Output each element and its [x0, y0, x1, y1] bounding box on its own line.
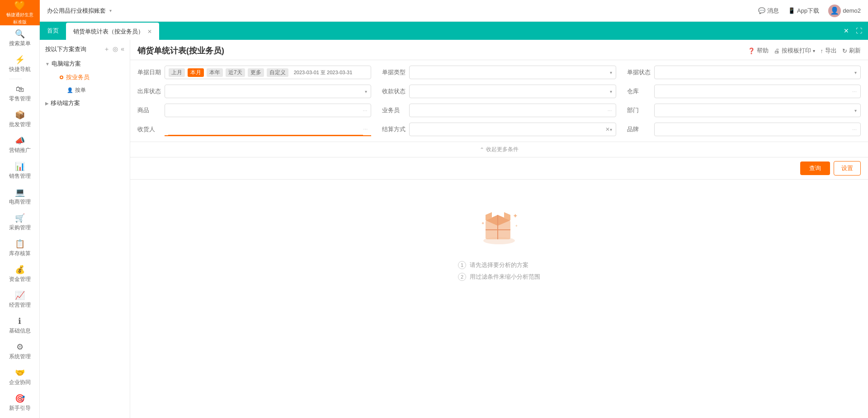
message-label: 消息	[767, 7, 779, 15]
filter-warehouse-more-icon: ···	[852, 88, 857, 95]
filter-payment-status-control[interactable]: ▾	[409, 85, 616, 98]
sidebar-label-wholesale-mgmt: 批发管理	[9, 121, 31, 128]
app-logo[interactable]: 🧡 畅捷通好生意 标准版	[0, 0, 40, 25]
newbie-icon: 🎯	[15, 394, 25, 404]
tree-item-mobile[interactable]: ▶ 移动端方案	[40, 96, 130, 110]
tab-maximize-btn[interactable]: ⛶	[854, 25, 864, 36]
sidebar: 🧡 畅捷通好生意 标准版 🔍搜索菜单⚡快捷导航🛍零售管理📦批发管理📣营销推广📊销…	[0, 0, 40, 418]
date-option-custom[interactable]: 自定义	[267, 68, 288, 77]
sidebar-label-business-mgmt: 经营管理	[9, 301, 31, 309]
filter-staff-control[interactable]: ···	[409, 104, 616, 117]
tree-child-by-order[interactable]: 👤 按单	[51, 84, 130, 96]
collapse-panel-btn[interactable]: «	[121, 45, 124, 53]
user-profile[interactable]: 👤 demo2	[828, 5, 861, 17]
app-download-label: App下载	[797, 7, 819, 15]
date-option-this-month[interactable]: 本月	[188, 68, 204, 77]
manage-scheme-btn[interactable]: ◎	[113, 45, 118, 53]
tab-close-window-btn[interactable]: ✕	[841, 25, 852, 36]
sidebar-item-purchase-mgmt[interactable]: 🛒采购管理	[9, 209, 31, 235]
svg-text:✦: ✦	[513, 212, 518, 219]
query-btn[interactable]: 查询	[800, 162, 830, 175]
sidebar-item-enterprise[interactable]: 🤝企业协同	[9, 364, 31, 390]
sidebar-item-sys-mgmt[interactable]: ⚙系统管理	[9, 338, 31, 364]
filter-doc-type-control[interactable]: ▾	[409, 66, 616, 79]
tree-arrow-mobile: ▶	[45, 101, 49, 106]
search-menu-icon: 🔍	[15, 29, 25, 39]
ecom-mgmt-icon: 💻	[15, 187, 25, 197]
setting-btn[interactable]: 设置	[834, 161, 861, 176]
filter-payment-status-label: 收款状态	[382, 87, 409, 95]
tree-child-by-order-label: 按单	[75, 86, 86, 94]
date-option-more[interactable]: 更多	[248, 68, 264, 77]
filter-goods-label: 商品	[137, 106, 165, 114]
filter-doc-type-arrow: ▾	[610, 70, 612, 75]
sidebar-item-newbie[interactable]: 🎯新手引导	[9, 390, 31, 416]
sidebar-item-search-menu[interactable]: 🔍搜索菜单	[9, 25, 31, 51]
sidebar-item-retail-mgmt[interactable]: 🛍零售管理	[9, 81, 31, 106]
filter-goods: 商品 ···	[137, 104, 371, 117]
print-dropdown-icon[interactable]: ▾	[813, 48, 815, 53]
export-btn[interactable]: ↑ 导出	[821, 47, 837, 55]
date-option-7days[interactable]: 近7天	[226, 68, 245, 77]
left-panel: 按以下方案查询 ＋ ◎ « ▼ 电脑端方案 按业务员	[40, 40, 130, 418]
active-dot	[60, 76, 63, 79]
filter-receiver-input[interactable]	[168, 122, 363, 136]
collapse-more-btn[interactable]: ⌃ 收起更多条件	[480, 146, 519, 153]
sidebar-divider	[9, 79, 22, 79]
filter-goods-more-icon: ···	[363, 107, 367, 114]
filter-department-control[interactable]: ▾	[654, 104, 861, 117]
sidebar-item-marketing[interactable]: 📣营销推广	[9, 132, 31, 158]
finance-icon: 💰	[15, 265, 25, 275]
app-download-btn[interactable]: 📱 App下载	[788, 7, 819, 15]
tree-child-by-staff[interactable]: 按业务员	[51, 71, 130, 84]
tab-sales-stats[interactable]: 销货单统计表（按业务员） ✕	[66, 23, 159, 41]
sidebar-label-marketing: 营销推广	[9, 147, 31, 154]
filter-warehouse-control[interactable]: ···	[654, 85, 861, 98]
svg-text:✦: ✦	[515, 224, 518, 228]
logo-text: 畅捷通好生意	[6, 12, 33, 18]
enterprise-icon: 🤝	[15, 368, 25, 378]
tab-close-icon[interactable]: ✕	[147, 28, 152, 35]
marketing-icon: 📣	[15, 136, 25, 146]
print-btn[interactable]: 🖨 按模板打印 ▾	[774, 47, 815, 55]
add-scheme-btn[interactable]: ＋	[104, 45, 110, 53]
sidebar-label-finance: 资金管理	[9, 276, 31, 283]
filter-settlement-control[interactable]: ✕ ▾	[409, 123, 616, 136]
empty-tip-2: 2 用过滤条件来缩小分析范围	[458, 273, 540, 281]
filter-date-control[interactable]: 上月 本月 本年 近7天 更多 自定义 2023-03-01 至 2023-03…	[165, 66, 371, 79]
filter-receiver-control[interactable]: ···	[165, 123, 371, 136]
message-btn[interactable]: 💬 消息	[758, 7, 779, 15]
filter-department: 部门 ▾	[627, 104, 861, 117]
date-option-last-month[interactable]: 上月	[169, 68, 185, 77]
filter-doc-status-control[interactable]: ▾	[654, 66, 861, 79]
tab-home[interactable]: 首页	[40, 22, 66, 40]
sidebar-item-quick-nav[interactable]: ⚡快捷导航	[9, 51, 31, 77]
date-range-text: 2023-03-01 至 2023-03-31	[294, 69, 368, 76]
filter-brand-control[interactable]: ···	[654, 123, 861, 136]
filter-settlement-arrow: ▾	[610, 127, 612, 132]
filter-goods-control[interactable]: ···	[165, 104, 371, 117]
help-btn[interactable]: ❓ 帮助	[748, 47, 769, 55]
sidebar-label-inventory: 库存核算	[9, 250, 31, 257]
tree-item-desktop[interactable]: ▼ 电脑端方案	[40, 57, 130, 71]
sidebar-item-sales-mgmt[interactable]: 📊销售管理	[9, 158, 31, 184]
print-icon: 🖨	[774, 48, 780, 54]
filter-out-status-control[interactable]: ▾	[165, 85, 371, 98]
filter-doc-type-label: 单据类型	[382, 68, 409, 76]
sidebar-item-inventory[interactable]: 📋库存核算	[9, 235, 31, 261]
date-option-this-year[interactable]: 本年	[207, 68, 223, 77]
filter-settlement-clear-btn[interactable]: ✕	[605, 126, 610, 133]
left-panel-title: 按以下方案查询	[45, 45, 86, 53]
sidebar-item-finance[interactable]: 💰资金管理	[9, 261, 31, 287]
refresh-btn[interactable]: ↻ 刷新	[842, 47, 861, 55]
empty-tips: 1 请先选择要分析的方案 2 用过滤条件来缩小分析范围	[458, 261, 540, 281]
sidebar-item-basic-info[interactable]: ℹ基础信息	[9, 313, 31, 338]
sidebar-item-business-mgmt[interactable]: 📈经营管理	[9, 287, 31, 313]
print-label: 按模板打印	[782, 47, 811, 55]
sidebar-item-wholesale-mgmt[interactable]: 📦批发管理	[9, 106, 31, 132]
empty-state: ✦ ✦ ✦ 1 请先选择要分析的方案 2 用过滤条件来缩小分析范围	[130, 180, 868, 299]
sidebar-item-ecom-mgmt[interactable]: 💻电商管理	[9, 184, 31, 209]
tip-text-2: 用过滤条件来缩小分析范围	[470, 273, 540, 281]
sidebar-item-app-center[interactable]: 🔲应用中心	[9, 416, 31, 418]
breadcrumb-dropdown-icon[interactable]: ▾	[109, 8, 112, 13]
